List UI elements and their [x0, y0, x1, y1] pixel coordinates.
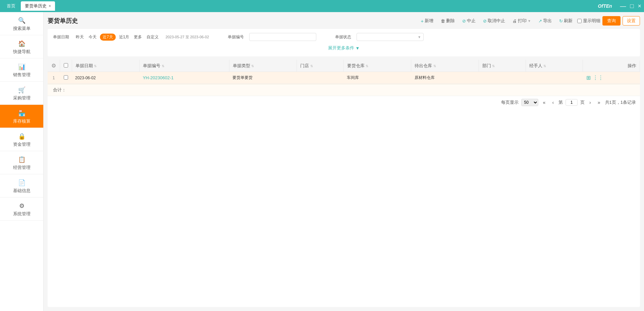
delete-button[interactable]: 🗑 删除: [438, 16, 458, 25]
minimize-icon[interactable]: —: [620, 3, 626, 10]
th-settings[interactable]: ⚙: [48, 60, 60, 72]
per-page-select[interactable]: 50 10 20 100: [521, 99, 538, 106]
sort-doc-number-icon: ⇅: [162, 64, 164, 68]
cell-index: 1: [48, 72, 60, 84]
add-button[interactable]: + 新增: [418, 16, 436, 25]
doc-number-link[interactable]: YH-20230602-1: [143, 75, 174, 80]
th-doc-date[interactable]: 单据日期 ⇅: [72, 60, 140, 72]
cell-handler: [526, 72, 583, 84]
th-store-label: 门店: [300, 63, 309, 68]
search-menu-icon: 🔍: [18, 17, 25, 24]
purchase-mgmt-icon: 🛒: [18, 86, 25, 94]
display-toggle[interactable]: 显示明细: [577, 18, 600, 24]
print-button[interactable]: 🖨 打印 ▼: [510, 16, 534, 25]
tab-purchase-history[interactable]: 要货单历史 ×: [21, 1, 55, 11]
shortcut-more[interactable]: 更多: [132, 34, 143, 41]
sidebar-item-finance-mgmt[interactable]: 🔒 资金管理: [0, 128, 43, 151]
cell-pending-warehouse: 原材料仓库: [411, 72, 479, 84]
row-checkbox[interactable]: [64, 75, 68, 80]
cell-checkbox[interactable]: [60, 72, 72, 84]
shortcut-custom[interactable]: 自定义: [145, 34, 160, 41]
window-close-icon[interactable]: ×: [638, 3, 641, 10]
view-icon[interactable]: ⊞: [586, 75, 591, 81]
table-header: ⚙ 单据日期 ⇅ 单据编号 ⇅: [48, 60, 640, 72]
date-range-display: 2023-05-27 至 2023-06-02: [165, 35, 209, 40]
shortcut-today[interactable]: 今天: [87, 34, 98, 41]
th-pending-warehouse[interactable]: 待出仓库 ⇅: [411, 60, 479, 72]
doc-number-input[interactable]: [249, 33, 316, 41]
prev-page-button[interactable]: ‹: [550, 99, 556, 106]
sidebar-item-label-operations-mgmt: 经营管理: [13, 165, 31, 171]
sidebar-item-label-purchase-mgmt: 采购管理: [13, 95, 31, 101]
export-button[interactable]: ↗ 导出: [536, 16, 554, 25]
content-area: 要货单历史 + 新增 🗑 删除 ⊘ 中止 ⊘ 取消中止: [44, 12, 644, 311]
search-button[interactable]: 查询: [602, 16, 621, 26]
add-label: 新增: [425, 18, 433, 24]
close-tab-icon[interactable]: ×: [49, 4, 51, 8]
sidebar-item-sales-mgmt[interactable]: 📊 销售管理: [0, 58, 43, 82]
expand-more-button[interactable]: 展开更多条件 ▼: [328, 44, 360, 52]
page-label: 第: [558, 99, 563, 105]
sidebar-item-label-search-menu: 搜索菜单: [13, 26, 31, 32]
th-doc-type[interactable]: 单据类型 ⇅: [229, 60, 297, 72]
sidebar-item-system-mgmt[interactable]: ⚙ 系统管理: [0, 197, 43, 221]
summary-label: 合计：: [53, 87, 66, 93]
cell-doc-type: 要货单要货: [229, 72, 297, 84]
th-doc-date-label: 单据日期: [75, 63, 93, 68]
display-toggle-label: 显示明细: [583, 18, 600, 24]
pagination: 每页显示 50 10 20 100 « ‹ 第 页 › » 共1页，1条记录: [48, 96, 640, 109]
th-doc-number-label: 单据编号: [143, 63, 160, 68]
shortcut-last7days[interactable]: 近7天: [100, 34, 116, 41]
next-page-button[interactable]: ›: [587, 99, 593, 106]
sidebar-item-purchase-mgmt[interactable]: 🛒 采购管理: [0, 82, 43, 105]
sidebar-item-quick-nav[interactable]: 🏠 快捷导航: [0, 35, 43, 58]
page-number-input[interactable]: [566, 99, 578, 106]
stop-button[interactable]: ⊘ 中止: [460, 16, 478, 25]
th-doc-type-label: 单据类型: [233, 63, 250, 68]
cell-store: [297, 72, 344, 84]
display-toggle-checkbox[interactable]: [577, 19, 582, 23]
table-row: 1 2023-06-02 YH-20230602-1 要货单要货 车间库 原材料…: [48, 72, 640, 84]
edit-icon[interactable]: ⋮⋮: [593, 75, 603, 81]
shortcut-yesterday[interactable]: 昨天: [74, 34, 85, 41]
th-store[interactable]: 门店 ⇅: [297, 60, 344, 72]
th-department[interactable]: 部门 ⇅: [479, 60, 526, 72]
export-icon: ↗: [538, 18, 542, 24]
doc-status-select[interactable]: [357, 33, 424, 41]
sort-doc-type-icon: ⇅: [251, 64, 254, 68]
tab-home[interactable]: 首页: [3, 1, 19, 11]
maximize-icon[interactable]: □: [630, 3, 634, 10]
logo-text: OfTEn: [598, 3, 612, 9]
refresh-button[interactable]: ↻ 刷新: [556, 16, 575, 25]
sidebar-item-search-menu[interactable]: 🔍 搜索菜单: [0, 12, 43, 35]
cell-doc-number[interactable]: YH-20230602-1: [140, 72, 229, 84]
th-handler[interactable]: 经手人 ⇅: [526, 60, 583, 72]
th-operation-label: 操作: [628, 63, 636, 68]
window-controls: — □ ×: [620, 3, 641, 10]
select-all-checkbox[interactable]: [64, 63, 68, 68]
cancel-stop-button[interactable]: ⊘ 取消中止: [480, 16, 508, 25]
basic-info-icon: 📄: [18, 179, 25, 186]
settings-gear-icon[interactable]: ⚙: [51, 63, 56, 69]
first-page-button[interactable]: «: [541, 99, 548, 106]
sidebar-item-operations-mgmt[interactable]: 📋 经营管理: [0, 151, 43, 174]
filter-row-expand: 展开更多条件 ▼: [53, 44, 635, 52]
delete-icon: 🗑: [441, 18, 445, 24]
print-icon: 🖨: [513, 18, 517, 24]
last-page-button[interactable]: »: [596, 99, 602, 106]
cancel-stop-icon: ⊘: [483, 18, 487, 24]
th-checkbox[interactable]: [60, 60, 72, 72]
sidebar-item-label-basic-info: 基础信息: [13, 188, 31, 194]
data-table: ⚙ 单据日期 ⇅ 单据编号 ⇅: [48, 60, 640, 84]
shortcut-last1month[interactable]: 近1月: [118, 34, 131, 41]
sidebar-item-inventory[interactable]: 🏪 库存核算: [0, 105, 43, 128]
doc-status-label: 单据状态: [335, 34, 351, 40]
th-req-warehouse[interactable]: 要货仓库 ⇅: [343, 60, 411, 72]
th-doc-number[interactable]: 单据编号 ⇅: [140, 60, 229, 72]
system-mgmt-icon: ⚙: [19, 202, 24, 210]
setting-button[interactable]: 设置: [623, 16, 640, 26]
sort-req-warehouse-icon: ⇅: [366, 64, 368, 68]
sidebar-item-basic-info[interactable]: 📄 基础信息: [0, 174, 43, 197]
doc-status-wrapper: [357, 33, 424, 41]
operations-mgmt-icon: 📋: [18, 156, 25, 163]
